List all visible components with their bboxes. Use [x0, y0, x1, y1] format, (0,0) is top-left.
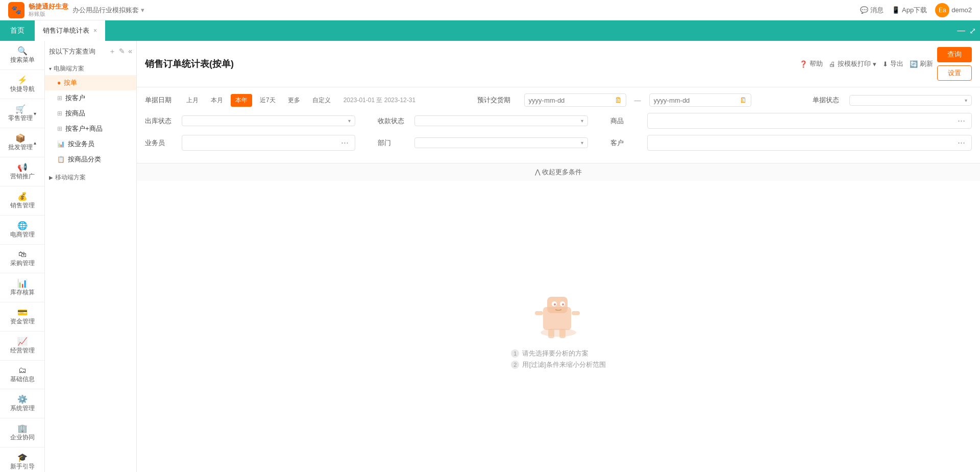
scheme-item-by-goods[interactable]: ⊞ 按商品	[45, 106, 136, 121]
expected-delivery-end-field[interactable]	[654, 97, 740, 104]
date-btn-group: 上月 本月 本年 近7天 更多 自定义	[182, 94, 335, 107]
tab-home-label: 首页	[10, 26, 24, 35]
sidebar-item-quick-nav[interactable]: ⚡ 快捷导航	[0, 70, 44, 99]
expected-delivery-end-input[interactable]: 🗓	[649, 93, 751, 107]
refresh-label: 刷新	[920, 59, 933, 68]
page-container: 按以下方案查询 ＋ ✎ « ▾ 电脑端方案 ● 按单 ⊞	[45, 41, 980, 472]
date-btn-custom[interactable]: 自定义	[308, 94, 335, 107]
sidebar-item-purchase[interactable]: 🛍 采购管理	[0, 245, 44, 273]
customer-select[interactable]: ···	[647, 135, 972, 151]
scheme-item-by-salesperson[interactable]: 📊 按业务员	[45, 136, 136, 152]
filter-row-1: 单据日期 上月 本月 本年 近7天 更多 自定义 2023-01-01 至 20…	[145, 93, 972, 107]
ship-status-chevron: ▾	[348, 118, 351, 124]
tab-maximize-icon[interactable]: ⤢	[969, 26, 976, 36]
svg-point-5	[554, 303, 556, 305]
customer-more-icon[interactable]: ···	[955, 137, 967, 148]
scheme-item-by-customer[interactable]: ⊞ 按客户	[45, 90, 136, 106]
scheme-item-by-salesperson-label: 按业务员	[68, 139, 94, 149]
filter-area: 单据日期 上月 本月 本年 近7天 更多 自定义 2023-01-01 至 20…	[137, 87, 980, 163]
date-btn-more[interactable]: 更多	[283, 94, 305, 107]
app-subtitle: 标账版	[29, 11, 68, 17]
breadcrumb[interactable]: 办公用品行业模拟账套 ▾	[72, 6, 144, 15]
calendar-start-icon[interactable]: 🗓	[615, 96, 622, 104]
scheme-collapse-icon[interactable]: «	[128, 47, 132, 56]
settings-button[interactable]: 设置	[937, 65, 972, 81]
scheme-group-desktop-label: 电脑端方案	[54, 64, 84, 73]
collapse-label: 收起更多条件	[542, 168, 582, 176]
date-dash: —	[632, 97, 643, 104]
export-icon: ⬇	[883, 60, 888, 68]
payment-status-select[interactable]: ▾	[414, 115, 588, 126]
scheme-group-mobile-title[interactable]: ▶ 移动端方案	[45, 171, 136, 184]
sidebar-item-sales[interactable]: 💰 销售管理	[0, 186, 44, 216]
goods-select[interactable]: ···	[647, 113, 972, 129]
date-btn-last-month[interactable]: 上月	[182, 94, 203, 107]
tab-sales-order[interactable]: 销售订单统计表 ×	[35, 20, 105, 41]
sidebar-item-retail[interactable]: 🛒 零售管理 ▾	[0, 99, 44, 128]
date-btn-this-month[interactable]: 本月	[206, 94, 228, 107]
sidebar-item-finance[interactable]: 💳 资金管理	[0, 302, 44, 332]
breadcrumb-dropdown-icon[interactable]: ▾	[141, 6, 144, 14]
bill-status-chevron: ▾	[965, 98, 967, 103]
sidebar-item-marketing[interactable]: 📢 营销推广	[0, 157, 44, 186]
ship-status-select[interactable]: ▾	[182, 115, 355, 126]
help-label: 帮助	[810, 59, 823, 68]
sidebar-item-system[interactable]: ⚙️ 系统管理	[0, 389, 44, 418]
scheme-group-mobile: ▶ 移动端方案	[45, 169, 136, 186]
calendar-end-icon[interactable]: 🗓	[740, 96, 747, 104]
sidebar-item-ecommerce[interactable]: 🌐 电商管理	[0, 216, 44, 245]
user-menu[interactable]: Ea demo2	[935, 3, 972, 17]
user-name: demo2	[951, 6, 972, 14]
salesperson-more-icon[interactable]: ···	[339, 137, 351, 148]
query-button[interactable]: 查询	[937, 47, 972, 62]
scheme-group-mobile-label: 移动端方案	[55, 173, 86, 182]
expected-delivery-start-input[interactable]: 🗓	[524, 93, 626, 107]
scheme-add-icon[interactable]: ＋	[109, 47, 116, 56]
scheme-edit-icon[interactable]: ✎	[119, 47, 125, 56]
app-name: 畅捷通好生意	[29, 3, 68, 11]
bill-status-select[interactable]: ▾	[849, 95, 972, 106]
step-2-text: 用[过滤]条件来缩小分析范围	[522, 360, 605, 369]
goods-more-icon[interactable]: ···	[955, 115, 967, 126]
sidebar-item-enterprise[interactable]: 🏢 企业协同	[0, 418, 44, 447]
scheme-header-title: 按以下方案查询	[49, 47, 95, 56]
help-btn[interactable]: ❓ 帮助	[799, 59, 823, 68]
scheme-item-by-order[interactable]: ● 按单	[45, 75, 136, 90]
template-print-btn[interactable]: 🖨 按模板打印 ▾	[829, 59, 876, 68]
date-btn-last-7-days[interactable]: 近7天	[255, 94, 280, 107]
page-title-row: 销售订单统计表(按单) ❓ 帮助 🖨 按模板打印 ▾	[145, 47, 972, 81]
sidebar-item-operations[interactable]: 📈 经营管理	[0, 332, 44, 361]
message-action[interactable]: 💬 消息	[860, 6, 884, 15]
scheme-item-by-goods-category[interactable]: 📋 按商品分类	[45, 152, 136, 167]
svg-rect-9	[548, 329, 554, 338]
wholesale-arrow-icon: ▴	[34, 140, 36, 146]
group-collapse-icon: ▾	[49, 66, 52, 72]
tab-home[interactable]: 首页	[0, 20, 35, 41]
message-label: 消息	[870, 6, 884, 15]
app-download-action[interactable]: 📱 App下载	[892, 6, 927, 15]
sidebar-item-basics[interactable]: 🗂 基础信息	[0, 361, 44, 389]
sidebar-item-search[interactable]: 🔍 搜索菜单	[0, 41, 44, 70]
salesperson-select[interactable]: ···	[182, 135, 355, 151]
expected-delivery-start-field[interactable]	[529, 97, 615, 104]
tab-minimize-icon[interactable]: —	[957, 26, 965, 35]
sidebar-item-newbie[interactable]: 🎓 新手引导	[0, 447, 44, 472]
top-bar-left: 🐾 畅捷通好生意 标账版 办公用品行业模拟账套 ▾	[8, 2, 144, 18]
scheme-group-desktop-title[interactable]: ▾ 电脑端方案	[45, 62, 136, 75]
refresh-btn[interactable]: 🔄 刷新	[910, 59, 933, 68]
date-label: 单据日期	[145, 96, 176, 105]
by-customer-goods-icon: ⊞	[57, 125, 62, 132]
by-customer-icon: ⊞	[57, 95, 62, 102]
department-select[interactable]: ▾	[414, 137, 588, 148]
collapse-bar[interactable]: ⋀ 收起更多条件	[137, 163, 980, 181]
page-title: 销售订单统计表(按单)	[145, 58, 234, 70]
sidebar: 🔍 搜索菜单 ⚡ 快捷导航 🛒 零售管理 ▾ 📦 批发管理 ▴ 📢 营销推广	[0, 41, 45, 472]
sidebar-item-wholesale[interactable]: 📦 批发管理 ▴	[0, 128, 44, 157]
tab-close-icon[interactable]: ×	[93, 27, 97, 34]
expected-delivery-label: 预计交货期	[477, 96, 518, 105]
export-btn[interactable]: ⬇ 导出	[883, 59, 903, 68]
scheme-item-by-customer-goods[interactable]: ⊞ 按客户+商品	[45, 121, 136, 136]
tab-active-label: 销售订单统计表	[43, 26, 89, 35]
sidebar-item-inventory[interactable]: 📊 库存核算	[0, 273, 44, 302]
date-btn-this-year[interactable]: 本年	[231, 94, 252, 107]
